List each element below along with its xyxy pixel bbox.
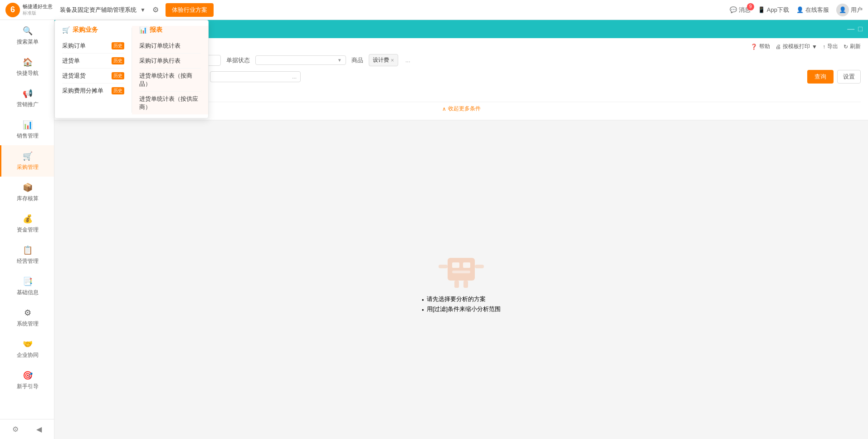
dropdown-col-reports: 📊 报表 采购订单统计表 采购订单执行表 进货单统计表（按商品） 进货单统计表（… (132, 26, 209, 114)
goods-dots[interactable]: ... (404, 57, 412, 64)
settings-icon-btn[interactable]: ⚙ (149, 4, 162, 16)
sidebar-item-operations[interactable]: 📋 经营管理 (0, 239, 54, 271)
sidebar-item-system[interactable]: ⚙ 系统管理 (0, 302, 54, 333)
dropdown-cols: 🛒 采购业务 采购订单 历史 进货单 历史 进货退货 历史 采购费用分摊单 (55, 26, 208, 114)
settings-btn-filter[interactable]: 设置 (837, 70, 861, 84)
dropdown-item-purchase-order[interactable]: 采购订单 历史 (62, 39, 124, 54)
logo-icon: 6 (5, 3, 20, 17)
svg-rect-4 (439, 265, 448, 268)
purchase-icon: 🛒 (22, 151, 33, 162)
message-btn[interactable]: 💬 消息 9 (730, 6, 751, 14)
refresh-btn[interactable]: ↻ 刷新 (844, 43, 861, 50)
svg-rect-1 (452, 262, 459, 268)
sidebar-item-marketing[interactable]: 📢 营销推广 (0, 83, 54, 114)
top-right: 💬 消息 9 📱 App下载 👤 在线客服 👤 用户 (730, 4, 863, 16)
sidebar-item-enterprise[interactable]: 🤝 企业协同 (0, 333, 54, 365)
sidebar-bottom: ⚙ ◀ (0, 419, 54, 439)
history-badge-1: 历史 (112, 57, 124, 64)
help-icon: ❓ (751, 44, 757, 50)
svg-rect-2 (463, 262, 470, 268)
main-content: 请先选择要分析的方案 用[过滤]条件来缩小分析范围 (54, 120, 868, 439)
purchase-col-icon: 🛒 (62, 26, 70, 34)
empty-tip-1: 请先选择要分析的方案 (422, 295, 501, 303)
export-icon: ↑ (823, 44, 825, 50)
dropdown-overlay: 🛒 采购业务 采购订单 历史 进货单 历史 进货退货 历史 采购费用分摊单 (54, 20, 209, 118)
sidebar-item-inventory[interactable]: 📦 库存核算 (0, 177, 54, 208)
svg-rect-7 (463, 281, 468, 288)
salesperson-select-area[interactable]: ... (210, 71, 301, 82)
sidebar-item-purchase[interactable]: 🛒 采购管理 (0, 145, 54, 177)
empty-illustration (434, 244, 488, 290)
system-dropdown-btn[interactable]: ▼ (140, 7, 146, 13)
dropdown-item-inbound-supplier[interactable]: 进货单统计表（按供应商） (139, 92, 201, 114)
home-icon: 🏠 (22, 57, 33, 68)
sales-icon: 📊 (22, 119, 33, 130)
user-area[interactable]: 👤 用户 (836, 4, 863, 16)
search-icon: 🔍 (22, 25, 33, 36)
system-name: 装备及固定资产辅助管理系统 (60, 6, 137, 14)
collapse-icon: ∧ (442, 106, 446, 112)
svg-rect-5 (475, 265, 484, 268)
svg-rect-3 (452, 271, 470, 273)
dropdown-menu: 🛒 采购业务 采购订单 历史 进货单 历史 进货退货 历史 采购费用分摊单 (54, 20, 209, 118)
sidebar-item-search[interactable]: 🔍 搜索菜单 (0, 20, 54, 51)
dropdown-item-po-stats[interactable]: 采购订单统计表 (139, 39, 201, 54)
query-btn[interactable]: 查询 (807, 70, 834, 84)
logo-sub: 标准版 (23, 10, 53, 16)
print-dropdown-icon: ▼ (812, 44, 817, 50)
top-bar: 6 畅捷通好生意 标准版 装备及固定资产辅助管理系统 ▼ ⚙ 体验行业方案 💬 … (0, 0, 868, 20)
salesperson-dots: ... (292, 74, 297, 80)
filter-actions: 查询 设置 (807, 70, 861, 84)
history-badge-2: 历史 (112, 72, 124, 79)
message-badge: 9 (747, 3, 754, 10)
svg-rect-6 (454, 281, 459, 288)
dropdown-col2-title: 📊 报表 (139, 26, 201, 34)
inventory-icon: 📦 (22, 182, 33, 193)
dropdown-item-inbound-goods[interactable]: 进货单统计表（按商品） (139, 69, 201, 92)
sidebar-item-newbie[interactable]: 🎯 新手引导 (0, 365, 54, 396)
tab-minimize-btn[interactable]: — (847, 25, 854, 33)
online-service-btn[interactable]: 👤 在线客服 (796, 6, 829, 14)
sidebar-item-finance[interactable]: 💰 资金管理 (0, 208, 54, 239)
sidebar-collapse-btn[interactable]: ◀ (36, 425, 42, 434)
marketing-icon: 📢 (22, 88, 33, 99)
finance-icon: 💰 (22, 213, 33, 224)
service-icon: 👤 (796, 6, 804, 13)
sidebar-item-basic[interactable]: 📑 基础信息 (0, 271, 54, 302)
top-center: 装备及固定资产辅助管理系统 ▼ ⚙ 体验行业方案 (60, 3, 730, 17)
sidebar-settings-btn[interactable]: ⚙ (12, 425, 19, 434)
dropdown-item-expense[interactable]: 采购费用分摊单 历史 (62, 84, 124, 98)
history-badge-3: 历史 (112, 87, 124, 94)
message-icon: 💬 (730, 6, 737, 13)
sidebar: 🔍 搜索菜单 🏠 快捷导航 📢 营销推广 📊 销售管理 🛒 采购管理 📦 库存核… (0, 20, 54, 439)
status-select-area[interactable]: ▼ (255, 55, 346, 65)
newbie-icon: 🎯 (22, 370, 33, 381)
goods-tag: 设计费 × (369, 54, 398, 66)
basic-icon: 📑 (22, 276, 33, 287)
app-download-btn[interactable]: 📱 App下载 (758, 6, 789, 14)
logo-area: 6 畅捷通好生意 标准版 (5, 3, 60, 17)
print-icon: 🖨 (775, 44, 781, 50)
dropdown-col1-title: 🛒 采购业务 (62, 26, 124, 34)
template-print-btn[interactable]: 🖨 按模板打印 ▼ (775, 43, 817, 50)
tab-maximize-btn[interactable]: □ (858, 25, 863, 33)
dropdown-item-inbound[interactable]: 进货单 历史 (62, 54, 124, 69)
export-btn[interactable]: ↑ 导出 (823, 43, 838, 50)
sidebar-item-sales[interactable]: 📊 销售管理 (0, 114, 54, 145)
svg-rect-0 (448, 258, 475, 281)
enterprise-icon: 🤝 (22, 339, 33, 350)
chevron-down-icon: ▼ (337, 58, 342, 63)
avatar-icon: 👤 (839, 6, 846, 13)
avatar: 👤 (836, 4, 849, 16)
sidebar-item-quick[interactable]: 🏠 快捷导航 (0, 51, 54, 83)
help-btn[interactable]: ❓ 帮助 (751, 43, 770, 50)
system-icon: ⚙ (22, 307, 33, 318)
dropdown-item-return[interactable]: 进货退货 历史 (62, 69, 124, 84)
status-label: 单据状态 (226, 56, 250, 64)
reports-col-icon: 📊 (139, 26, 147, 34)
goods-tag-close[interactable]: × (391, 57, 394, 64)
industry-btn[interactable]: 体验行业方案 (166, 3, 214, 17)
empty-tips: 请先选择要分析的方案 用[过滤]条件来缩小分析范围 (422, 295, 501, 315)
dropdown-item-po-exec[interactable]: 采购订单执行表 (139, 54, 201, 69)
refresh-icon: ↻ (844, 44, 848, 50)
